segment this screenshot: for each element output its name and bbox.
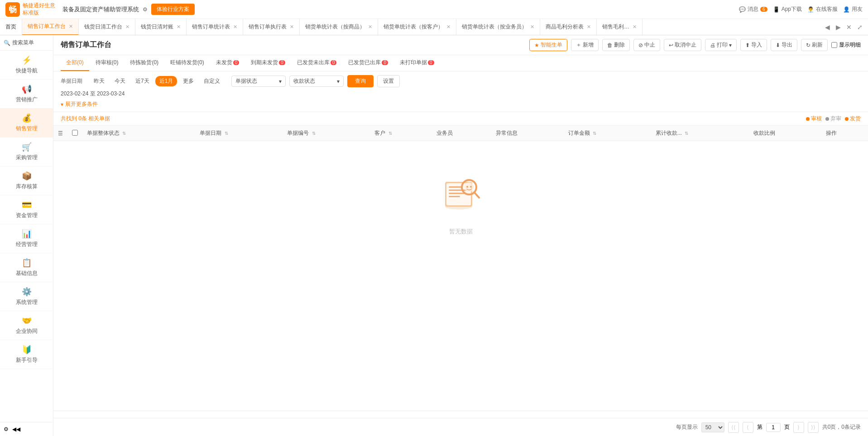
tab-close-icon[interactable]: ✕ — [446, 24, 451, 30]
sidebar-item-enterprise[interactable]: 🤝 企业协同 — [0, 311, 53, 340]
col-checkbox[interactable] — [67, 126, 82, 141]
empty-text: 暂无数据 — [449, 227, 473, 236]
sort-icon[interactable]: ⇅ — [122, 131, 126, 136]
tab-close-icon[interactable]: ✕ — [587, 24, 591, 30]
expand-icon: ▾ — [61, 101, 63, 108]
page-actions: ★ 智能生单 ＋ 新增 🗑 删除 ⊘ 中止 ↩ 取消中止 — [529, 39, 861, 51]
experience-button[interactable]: 体验行业方案 — [151, 4, 195, 15]
detail-checkbox-input[interactable] — [831, 42, 837, 48]
import-button[interactable]: ⬆ 导入 — [740, 39, 767, 51]
page-prev-btn[interactable]: ⟨ — [743, 422, 753, 433]
tab-close-icon[interactable]: ✕ — [633, 24, 637, 30]
tab-close-all[interactable]: ✕ — [844, 23, 854, 32]
sidebar-item-system[interactable]: ⚙️ 系统管理 — [0, 282, 53, 311]
sub-tab-not-shipped[interactable]: 未发货0 — [211, 55, 245, 71]
sidebar-item-guide[interactable]: 🔰 新手引导 — [0, 340, 53, 369]
revoke-button[interactable]: 弃审 — [825, 115, 841, 123]
expand-more-button[interactable]: ▾ 展开更多条件 — [61, 100, 861, 108]
sidebar-item-operation[interactable]: 📊 经营管理 — [0, 224, 53, 253]
settings-icon[interactable]: ⚙ — [143, 6, 148, 13]
tab-home[interactable]: 首页 — [0, 19, 22, 35]
sort-icon[interactable]: ⇅ — [312, 131, 316, 136]
show-detail-checkbox[interactable]: 显示明细 — [831, 41, 861, 49]
refresh-button[interactable]: ↻ 刷新 — [801, 39, 828, 51]
sub-tab-shipped-not-out[interactable]: 已发货未出库0 — [292, 55, 342, 71]
tab-close-icon[interactable]: ✕ — [125, 24, 129, 30]
tab-close-icon[interactable]: ✕ — [368, 24, 372, 30]
audit-button[interactable]: 审核 — [806, 115, 822, 123]
date-btn-more[interactable]: 更多 — [179, 76, 198, 86]
sub-tab-pending-inspect[interactable]: 待拣验货(0) — [125, 55, 164, 71]
page-label: 第 — [757, 423, 762, 431]
tab-margin-analysis[interactable]: 商品毛利分析表 ✕ — [540, 19, 597, 35]
filter-right: 单据状态 ▾ 收款状态 ▾ 查询 设置 — [231, 75, 400, 87]
sidebar-item-marketing[interactable]: 📢 营销推广 — [0, 80, 53, 109]
sort-icon[interactable]: ⇅ — [593, 131, 596, 136]
sidebar-item-basic[interactable]: 📋 基础信息 — [0, 253, 53, 282]
sub-tab-pending-review[interactable]: 待审核(0) — [90, 55, 124, 71]
tab-cash-reconcile[interactable]: 钱货日清对账 ✕ — [135, 19, 187, 35]
tab-sales-stats-customer[interactable]: 销货单统计表（按客户） ✕ — [378, 19, 456, 35]
page-input[interactable] — [766, 423, 781, 432]
sidebar-item-inventory[interactable]: 📦 库存核算 — [0, 166, 53, 195]
query-button[interactable]: 查询 — [347, 75, 374, 87]
tab-close-icon[interactable]: ✕ — [290, 24, 294, 30]
settings-filter-button[interactable]: 设置 — [377, 75, 400, 87]
delete-button[interactable]: 🗑 删除 — [602, 39, 630, 51]
sort-icon[interactable]: ⇅ — [388, 131, 392, 136]
tab-nav-prev[interactable]: ◀ — [823, 23, 832, 32]
sort-icon[interactable]: ⇅ — [685, 131, 688, 136]
sub-tab-not-printed[interactable]: 未打印单据0 — [394, 55, 440, 71]
sub-tab-overdue[interactable]: 到期未发货0 — [245, 55, 291, 71]
sub-tab-wangpu[interactable]: 旺铺待发货(0) — [165, 55, 210, 71]
sidebar-item-finance[interactable]: 💳 资金管理 — [0, 195, 53, 224]
tab-nav-next[interactable]: ▶ — [834, 23, 843, 32]
sub-tab-shipped-out[interactable]: 已发货已出库0 — [343, 55, 393, 71]
tab-cash-daily[interactable]: 钱货日清工作台 ✕ — [79, 19, 135, 35]
stop-button[interactable]: ⊘ 中止 — [633, 39, 660, 51]
add-button[interactable]: ＋ 新增 — [571, 39, 599, 51]
export-button[interactable]: ⬇ 导出 — [771, 39, 797, 51]
tab-sales-stats-product[interactable]: 销货单统计表（按商品） ✕ — [300, 19, 378, 35]
page-next-btn[interactable]: ⟩ — [793, 422, 804, 433]
app-download-button[interactable]: 📱 App下载 — [773, 5, 802, 13]
page-last-btn[interactable]: ⟩⟩ — [808, 422, 819, 433]
tab-close-icon[interactable]: ✕ — [530, 24, 534, 30]
page-first-btn[interactable]: ⟨⟨ — [728, 422, 739, 433]
page-title: 销售订单工作台 — [61, 40, 111, 50]
sidebar-collapse-icon[interactable]: ◀◀ — [12, 426, 20, 432]
tab-sales-workbench[interactable]: 销售订单工作台 ✕ — [22, 19, 79, 35]
date-btn-7days[interactable]: 近7天 — [131, 76, 153, 86]
tab-sales-exec[interactable]: 销售订单执行表 ✕ — [243, 19, 300, 35]
smart-create-button[interactable]: ★ 智能生单 — [529, 39, 567, 51]
online-service-button[interactable]: 👨‍💼 在线客服 — [807, 5, 838, 13]
print-button[interactable]: 🖨 打印 ▾ — [705, 39, 737, 51]
user-menu-button[interactable]: 👤 用友 — [843, 5, 863, 13]
per-page-select[interactable]: 50 10 20 100 — [701, 422, 724, 432]
sidebar-item-purchase[interactable]: 🛒 采购管理 — [0, 137, 53, 166]
date-btn-today[interactable]: 今天 — [110, 76, 129, 86]
tab-close-icon[interactable]: ✕ — [233, 24, 237, 30]
ship-button[interactable]: 发货 — [845, 115, 861, 123]
message-button[interactable]: 💬 消息 6 — [739, 5, 767, 13]
status-select[interactable]: 单据状态 ▾ — [231, 76, 286, 87]
tab-sales-stats-staff[interactable]: 销货单统计表（按业务员） ✕ — [456, 19, 540, 35]
sidebar-item-quick-nav[interactable]: ⚡ 快捷导航 — [0, 51, 53, 80]
horizontal-scrollbar[interactable] — [53, 411, 868, 418]
tab-close-icon[interactable]: ✕ — [177, 24, 181, 30]
sort-icon[interactable]: ⇅ — [225, 131, 228, 136]
tab-sales-stats[interactable]: 销售订单统计表 ✕ — [187, 19, 243, 35]
tab-close-icon[interactable]: ✕ — [69, 24, 73, 29]
date-btn-1month[interactable]: 近1月 — [155, 76, 177, 86]
tab-maximize[interactable]: ⤢ — [855, 23, 864, 32]
sidebar-search[interactable]: 🔍 搜索菜单 — [0, 35, 53, 51]
tab-sales-profit[interactable]: 销售毛利… ✕ — [597, 19, 643, 35]
date-btn-custom[interactable]: 自定义 — [200, 76, 224, 86]
receipt-select[interactable]: 收款状态 ▾ — [289, 76, 344, 87]
sidebar-item-sales[interactable]: 💰 销售管理 — [0, 109, 53, 137]
date-btn-yesterday[interactable]: 昨天 — [90, 76, 109, 86]
sub-tab-all[interactable]: 全部(0) — [61, 55, 89, 71]
cancel-stop-button[interactable]: ↩ 取消中止 — [664, 39, 701, 51]
select-all-checkbox[interactable] — [72, 130, 78, 136]
sidebar-settings-icon[interactable]: ⚙ — [4, 426, 9, 432]
